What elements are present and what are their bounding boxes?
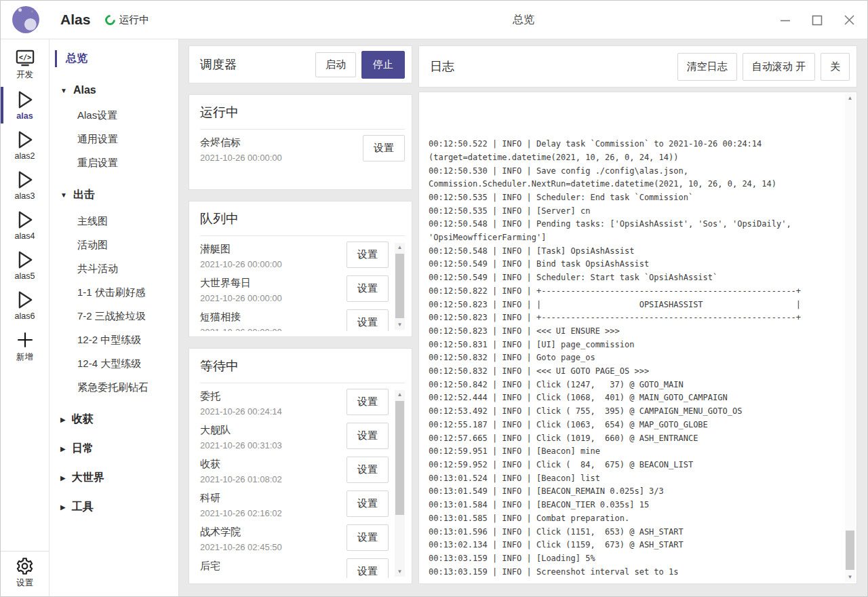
task-name: 科研	[200, 492, 347, 505]
scrollbar[interactable]: ▲ ▼	[395, 390, 405, 577]
task-name: 战术学院	[200, 526, 347, 539]
task-settings-button[interactable]: 设置	[347, 423, 389, 449]
menu-group-label: 工具	[72, 500, 94, 514]
menu-collapsed-groups: ▶ 收获 ▶ 日常 ▶ 大世界 ▶ 工具	[50, 406, 178, 520]
log-line: 00:12:50.842 | INFO | Click (1247, 37) @…	[429, 379, 836, 392]
log-line: 00:12:50.823 | INFO | +-----------------…	[429, 311, 836, 325]
queued-task-list: 潜艇图 2021-10-26 00:00:00 设置 大世界每日 20	[200, 237, 405, 331]
log-line: 00:12:57.665 | INFO | Click (1019, 660) …	[429, 432, 836, 446]
log-line: 00:12:50.535 | INFO | [Server] cn	[429, 205, 836, 218]
sidebar-item-settings[interactable]: 设置	[1, 551, 49, 596]
task-time: 2021-10-26 01:08:02	[200, 474, 347, 484]
log-line: 00:13:01.524 | INFO | [Beacon] list	[429, 472, 836, 486]
sidebar-item-instance[interactable]: alas6	[1, 286, 49, 325]
menu-group[interactable]: ▶ 日常	[50, 436, 178, 462]
sidebar-item-alas-active[interactable]: alas	[1, 85, 49, 125]
log-line: 00:13:03.159 | INFO | Screenshot interva…	[429, 566, 836, 578]
sidebar-item-add[interactable]: 新增	[1, 326, 49, 367]
menu-item-overview[interactable]: 总览	[50, 49, 178, 69]
scheduler-panel: 调度器 启动 停止	[189, 45, 412, 83]
autoscroll-on-button[interactable]: 自动滚动 开	[743, 53, 815, 81]
scroll-up-icon[interactable]: ▲	[395, 390, 405, 400]
task-settings-button[interactable]: 设置	[347, 524, 389, 551]
menu-item[interactable]: 主线图	[50, 210, 178, 233]
menu-group[interactable]: ▶ 收获	[50, 406, 178, 433]
sidebar-item-instance[interactable]: alas5	[1, 246, 49, 285]
task-time: 2021-10-26 00:00:00	[200, 293, 347, 303]
sidebar-item-instance[interactable]: alas3	[1, 166, 49, 205]
log-line: (target=datetime.datetime(2021, 10, 26, …	[429, 151, 836, 165]
status-badge: 运行中	[105, 14, 149, 26]
page-title: 总览	[513, 13, 534, 27]
menu-item[interactable]: Alas设置	[50, 104, 178, 128]
chevron-down-icon: ▼	[60, 87, 67, 94]
menu-item[interactable]: 7-2 三战捡垃圾	[50, 305, 178, 328]
task-settings-button[interactable]: 设置	[347, 309, 389, 332]
menu-group-label: 收获	[72, 412, 94, 427]
scrollbar-thumb[interactable]	[395, 401, 404, 515]
scroll-down-icon[interactable]: ▼	[845, 573, 855, 582]
start-button[interactable]: 启动	[315, 52, 356, 77]
sidebar-item-dev[interactable]: </> 开发	[1, 45, 49, 85]
scroll-down-icon[interactable]: ▼	[395, 320, 405, 330]
scrollbar-thumb[interactable]	[846, 531, 854, 570]
menu-group-label: 日常	[72, 442, 94, 456]
log-line: 00:12:50.823 | INFO | | OPSIASHASSIST |	[429, 298, 836, 312]
stop-button[interactable]: 停止	[361, 51, 405, 79]
queued-task-rows: 潜艇图 2021-10-26 00:00:00 设置 大世界每日 20	[200, 237, 389, 331]
menu-item[interactable]: 活动图	[50, 233, 178, 257]
close-button[interactable]	[843, 14, 855, 26]
menu-group[interactable]: ▶ 工具	[50, 494, 178, 520]
menu-item[interactable]: 紧急委托刷钻石	[50, 376, 178, 400]
task-settings-button[interactable]: 设置	[347, 242, 389, 268]
menu-group-sortie[interactable]: ▼ 出击	[50, 182, 178, 208]
menu-item[interactable]: 12-4 大型练级	[50, 352, 178, 376]
menu-group-alas[interactable]: ▼ Alas	[50, 78, 178, 102]
queued-title: 队列中	[200, 210, 405, 228]
task-time: 2021-10-26 00:00:00	[200, 153, 363, 163]
menu-item[interactable]: 12-2 中型练级	[50, 328, 178, 352]
scroll-down-icon[interactable]: ▼	[395, 567, 405, 577]
scrollbar-thumb[interactable]	[395, 254, 404, 318]
menu-item[interactable]: 1-1 伏击刷好感	[50, 281, 178, 305]
task-settings-button[interactable]: 设置	[347, 275, 389, 302]
svg-text:</>: </>	[18, 53, 31, 61]
log-scrollbar[interactable]: ▲ ▼	[845, 94, 855, 582]
sidebar-item-label: alas6	[15, 311, 35, 321]
log-line: 00:12:52.444 | INFO | Click (1068, 401) …	[429, 391, 836, 405]
sidebar-item-label: alas5	[15, 271, 35, 281]
menu-item[interactable]: 通用设置	[50, 128, 178, 151]
queued-panel: 队列中 潜艇图 2021-10-26 00:00:00	[189, 201, 412, 337]
task-settings-button[interactable]: 设置	[363, 135, 405, 161]
autoscroll-off-button[interactable]: 关	[821, 53, 850, 81]
menu-item[interactable]: 重启设置	[50, 151, 178, 175]
task-settings-button[interactable]: 设置	[347, 457, 389, 483]
clear-log-button[interactable]: 清空日志	[677, 53, 737, 81]
task-settings-button[interactable]: 设置	[347, 389, 389, 415]
plus-icon	[16, 330, 34, 349]
task-settings-button[interactable]: 设置	[347, 558, 389, 579]
task-name: 后宅	[200, 560, 347, 573]
scroll-up-icon[interactable]: ▲	[395, 243, 405, 252]
log-line: 00:12:50.832 | INFO | <<< UI GOTO PAGE_O…	[429, 365, 836, 379]
task-name: 潜艇图	[200, 243, 347, 256]
maximize-button[interactable]	[811, 14, 823, 26]
sidebar-item-label: alas2	[15, 151, 35, 161]
log-line: 00:12:50.831 | INFO | [UI] page_commissi…	[429, 339, 836, 352]
gear-icon	[16, 557, 34, 575]
sidebar-item-instance[interactable]: alas4	[1, 206, 49, 245]
task-settings-button[interactable]: 设置	[347, 490, 389, 517]
chevron-right-icon: ▶	[60, 503, 66, 511]
minimize-button[interactable]	[779, 14, 791, 26]
scroll-up-icon[interactable]: ▲	[845, 94, 855, 103]
log-line: 00:12:50.832 | INFO | Goto page_os	[429, 351, 836, 365]
sidebar-item-instance[interactable]: alas2	[1, 126, 49, 165]
menu-children-alas: Alas设置通用设置重启设置	[50, 102, 178, 179]
divider	[200, 235, 405, 236]
divider	[200, 383, 405, 383]
log-header-panel: 日志 清空日志 自动滚动 开 关	[418, 45, 857, 88]
scrollbar[interactable]: ▲ ▼	[395, 243, 405, 330]
menu-group[interactable]: ▶ 大世界	[50, 465, 178, 491]
chevron-right-icon: ▶	[60, 416, 66, 423]
menu-item[interactable]: 共斗活动	[50, 257, 178, 281]
